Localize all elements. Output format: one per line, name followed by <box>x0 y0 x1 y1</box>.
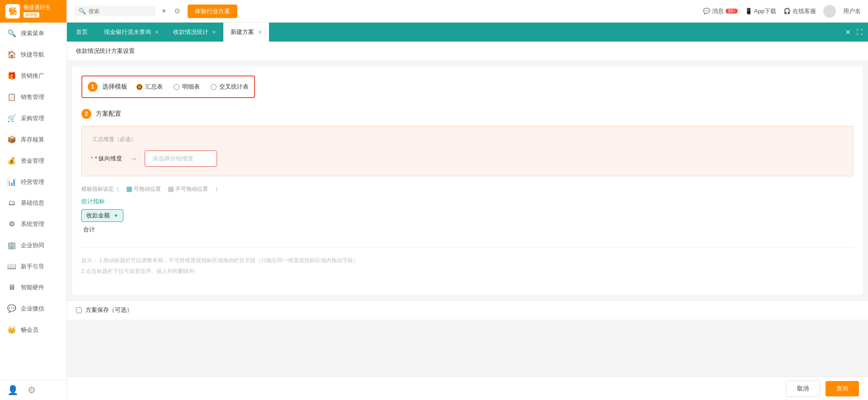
tab-new-plan-close[interactable]: ✕ <box>258 29 262 35</box>
sidebar-item-inventory[interactable]: 📦 库存核算 <box>0 129 66 150</box>
quick-nav-icon: 🏠 <box>7 50 16 59</box>
window-close-btn[interactable]: ✕ <box>845 28 851 36</box>
radio-summary[interactable]: 汇总表 <box>137 83 163 91</box>
funds-icon: 💰 <box>7 156 16 165</box>
template-radio-group: 汇总表 明细表 交叉统计表 <box>137 83 249 91</box>
content-body: 收款情况统计方案设置 1 选择模板 汇总表 明细表 <box>67 42 868 376</box>
tab-new-plan[interactable]: 新建方案 ✕ <box>223 23 269 42</box>
save-row: 方案保存（可选） <box>67 300 868 320</box>
app-download-action[interactable]: 📱 App下载 <box>745 7 776 15</box>
draggable-dot <box>127 187 132 192</box>
radio-detail-label: 明细表 <box>182 83 200 91</box>
metrics-section: 模板指标设定（ 可拖动位置 不可拖动位置 ） 统计指标 <box>81 185 854 234</box>
content-area: 收款情况统计方案设置 1 选择模板 汇总表 明细表 <box>67 42 868 400</box>
service-action[interactable]: 🎧 在线客服 <box>783 7 816 15</box>
marketing-icon: 🎁 <box>7 71 16 80</box>
tab-collection-stat-close[interactable]: ✕ <box>212 29 216 35</box>
tab-home-label: 首页 <box>76 28 88 36</box>
header-actions: 💬 消息 99+ 📱 App下载 🎧 在线客服 用户名 <box>703 5 861 18</box>
tab-new-plan-label: 新建方案 <box>231 28 254 36</box>
tab-home[interactable]: 首页 <box>67 23 97 42</box>
sidebar-item-member[interactable]: 👑 畅会员 <box>0 319 66 340</box>
header: 🔍 ▼ ⚙ 体验行业方案 💬 消息 99+ 📱 App下载 🎧 在线客服 用户名 <box>67 0 868 23</box>
enterprise-icon: 🏢 <box>7 241 16 249</box>
sidebar-item-funds[interactable]: 💰 资金管理 <box>0 150 66 171</box>
member-icon: 👑 <box>7 325 16 334</box>
logo-text: 畅捷通好生 标准版 <box>24 4 51 18</box>
sidebar-item-hardware[interactable]: 🖥 智能硬件 <box>0 277 66 298</box>
dimension-row: * * 纵向维度 → 请选择分组维度 <box>91 151 844 167</box>
radio-summary-input[interactable] <box>137 84 142 90</box>
system-icon: ⚙ <box>7 220 16 228</box>
sidebar-item-purchase[interactable]: 🛒 采购管理 <box>0 108 66 129</box>
dimension-select-box[interactable]: 请选择分组维度 <box>145 151 217 167</box>
wechat-icon: 💬 <box>7 304 16 313</box>
sidebar-item-guide[interactable]: 📖 新手引导 <box>0 256 66 277</box>
window-expand-btn[interactable]: ⛶ <box>856 28 863 36</box>
radio-cross[interactable]: 交叉统计表 <box>211 83 249 91</box>
tips-line2: 2.点击标题栏下拉可设置排序、插入列和删除列 <box>81 266 854 277</box>
metrics-sub-total: 合计 <box>81 226 854 234</box>
tab-bank-flow[interactable]: 现金银行流水查询 ✕ <box>97 23 166 42</box>
sidebar-bottom-icon2[interactable]: ⚙ <box>28 385 36 395</box>
sidebar: 畅 畅捷通好生 标准版 🔍 搜索菜单 🏠 快捷导航 🎁 营销推广 📋 销售管理 … <box>0 0 67 400</box>
search-input[interactable] <box>89 8 147 14</box>
sidebar-item-search-menu[interactable]: 🔍 搜索菜单 <box>0 23 66 44</box>
radio-summary-label: 汇总表 <box>145 83 163 91</box>
metrics-title: 统计指标 <box>81 198 854 206</box>
tips-line1: 提示： 1.拖动标题栏可以调整布局，不可跨维度或指标区域拖动栏目字段（只能在同一… <box>81 255 854 266</box>
step1-badge: 1 <box>88 82 98 92</box>
sidebar-bottom: 👤 ⚙ <box>0 380 66 400</box>
tab-bank-flow-close[interactable]: ✕ <box>155 29 159 35</box>
basic-info-icon: 🗂 <box>7 199 16 207</box>
sidebar-item-sales[interactable]: 📋 销售管理 <box>0 86 66 108</box>
tab-collection-stat[interactable]: 收款情况统计 ✕ <box>166 23 223 42</box>
avatar[interactable] <box>823 5 836 18</box>
metrics-section-label: 模板指标设定（ <box>81 185 119 193</box>
sidebar-item-operations[interactable]: 📊 经营管理 <box>0 171 66 193</box>
query-button[interactable]: 查询 <box>826 381 859 396</box>
step1-label: 选择模板 <box>102 83 127 91</box>
radio-detail[interactable]: 明细表 <box>174 83 200 91</box>
header-search-box[interactable]: 🔍 <box>74 6 156 16</box>
header-dropdown-icon[interactable]: ▼ <box>161 8 167 14</box>
sidebar-item-marketing[interactable]: 🎁 营销推广 <box>0 65 66 86</box>
dimension-area: 汇总维度（必选） * * 纵向维度 → 请选择分组维度 <box>81 126 854 176</box>
message-action[interactable]: 💬 消息 99+ <box>703 7 738 15</box>
trial-button[interactable]: 体验行业方案 <box>188 5 237 18</box>
sidebar-nav: 🔍 搜索菜单 🏠 快捷导航 🎁 营销推广 📋 销售管理 🛒 采购管理 📦 库存核… <box>0 23 66 380</box>
message-icon: 💬 <box>703 8 710 14</box>
metrics-tag-arrow-icon: ▼ <box>113 213 118 218</box>
save-checkbox[interactable] <box>76 307 82 313</box>
guide-icon: 📖 <box>7 262 16 271</box>
tab-bar: 首页 现金银行流水查询 ✕ 收款情况统计 ✕ 新建方案 ✕ ✕ ⛶ <box>67 23 868 42</box>
step1-row: 1 选择模板 汇总表 明细表 交叉统计表 <box>81 75 255 98</box>
radio-detail-input[interactable] <box>174 84 179 90</box>
header-gear-icon[interactable]: ⚙ <box>174 7 180 15</box>
cancel-button[interactable]: 取消 <box>786 381 820 397</box>
app-download-icon: 📱 <box>745 8 752 14</box>
inventory-icon: 📦 <box>7 135 16 144</box>
service-icon: 🎧 <box>783 8 791 14</box>
sidebar-item-wechat[interactable]: 💬 企业微信 <box>0 298 66 319</box>
user-name: 用户名 <box>843 7 861 15</box>
sidebar-item-system[interactable]: ⚙ 系统管理 <box>0 213 66 235</box>
sidebar-item-enterprise[interactable]: 🏢 企业协同 <box>0 235 66 256</box>
sidebar-bottom-icon1[interactable]: 👤 <box>7 385 19 395</box>
step2-section: 2 方案配置 汇总维度（必选） * * 纵向维度 → <box>81 109 854 277</box>
form-section: 1 选择模板 汇总表 明细表 交叉统计表 <box>72 66 863 295</box>
search-menu-icon: 🔍 <box>7 29 16 38</box>
sidebar-logo: 畅 畅捷通好生 标准版 <box>0 0 66 23</box>
metrics-tag-amount[interactable]: 收款金额 ▼ <box>81 209 123 222</box>
purchase-icon: 🛒 <box>7 114 16 122</box>
tips-section: 提示： 1.拖动标题栏可以调整布局，不可跨维度或指标区域拖动栏目字段（只能在同一… <box>81 247 854 277</box>
dimension-arrow-icon: → <box>129 154 137 164</box>
radio-cross-input[interactable] <box>211 84 217 90</box>
step2-label: 方案配置 <box>96 110 121 118</box>
footer: 取消 查询 <box>67 376 868 400</box>
logo-icon: 畅 <box>5 4 20 19</box>
sales-icon: 📋 <box>7 93 16 101</box>
sidebar-item-quick-nav[interactable]: 🏠 快捷导航 <box>0 44 66 65</box>
main-area: 🔍 ▼ ⚙ 体验行业方案 💬 消息 99+ 📱 App下载 🎧 在线客服 用户名 <box>67 0 868 400</box>
sidebar-item-basic-info[interactable]: 🗂 基础信息 <box>0 193 66 213</box>
